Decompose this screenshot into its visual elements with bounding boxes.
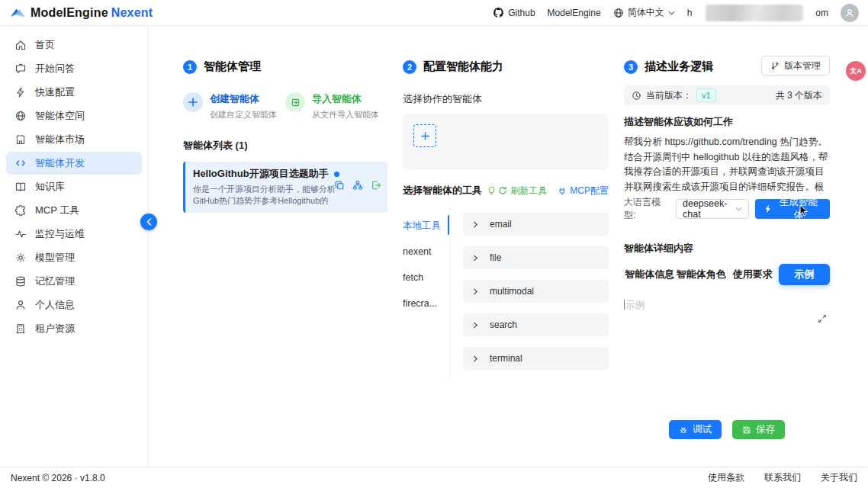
tool-tab-firecrawl[interactable]: firecra... bbox=[403, 291, 449, 316]
account-text-suffix: om bbox=[815, 8, 828, 18]
agent-card-actions bbox=[334, 180, 381, 191]
tool-source-tabs: 本地工具 nexent fetch firecra... bbox=[403, 208, 450, 380]
sidebar: 首页 开始问答 快速配置 智能体空间 智能体市场 智能体开发 知识库 MCP bbox=[0, 26, 149, 467]
tab-usage-requirements[interactable]: 使用要求 bbox=[727, 264, 779, 285]
translate-fab-button[interactable]: 文A bbox=[846, 61, 866, 81]
tool-group-file[interactable]: file bbox=[463, 246, 609, 269]
sidebar-item-agent-market[interactable]: 智能体市场 bbox=[6, 128, 142, 151]
home-icon bbox=[14, 39, 27, 51]
avatar[interactable] bbox=[841, 4, 859, 22]
agent-card-title: HelloGithub开源项目选题助手 bbox=[193, 167, 380, 181]
chevron-down-icon bbox=[668, 11, 675, 15]
sidebar-item-knowledge-base[interactable]: 知识库 bbox=[6, 175, 142, 198]
sidebar-item-agent-dev[interactable]: 智能体开发 bbox=[6, 152, 142, 175]
gear-icon bbox=[14, 252, 27, 264]
collab-agents-box bbox=[403, 114, 609, 170]
save-label: 保存 bbox=[756, 423, 775, 436]
business-logic-panel: 3 描述业务逻辑 版本管理 当前版本： v1 共 3 个版本 描述智能体应该如何… bbox=[624, 26, 830, 467]
debug-button[interactable]: 调试 bbox=[669, 420, 722, 439]
import-agent-subtitle: 从文件导入智能体 bbox=[312, 109, 379, 120]
tool-group-terminal[interactable]: terminal bbox=[463, 347, 609, 370]
sidebar-item-label: MCP 工具 bbox=[35, 204, 79, 217]
lightning-icon bbox=[764, 204, 772, 214]
globe-icon bbox=[613, 8, 624, 18]
modelengine-link[interactable]: ModelEngine bbox=[548, 8, 601, 18]
prompt-label: 描述智能体应该如何工作 bbox=[624, 115, 830, 129]
sidebar-item-label: 智能体市场 bbox=[35, 133, 85, 146]
sidebar-item-label: 模型管理 bbox=[35, 251, 75, 265]
copy-agent-icon[interactable] bbox=[334, 180, 345, 191]
step3-title: 描述业务逻辑 bbox=[645, 59, 713, 74]
github-link[interactable]: Github bbox=[493, 7, 535, 18]
bolt-icon bbox=[14, 86, 27, 98]
sidebar-item-label: 首页 bbox=[35, 38, 55, 52]
step1-number-badge: 1 bbox=[183, 60, 197, 74]
tab-agent-role[interactable]: 智能体角色 bbox=[676, 264, 728, 285]
mcp-config-button[interactable]: MCP配置 bbox=[558, 185, 609, 197]
sidebar-item-qa[interactable]: 开始问答 bbox=[6, 57, 142, 80]
sidebar-item-home[interactable]: 首页 bbox=[6, 34, 142, 56]
github-icon bbox=[493, 7, 504, 18]
sidebar-item-quick-config[interactable]: 快速配置 bbox=[6, 81, 142, 104]
version-manage-button[interactable]: 版本管理 bbox=[761, 56, 830, 75]
sidebar-item-memory-management[interactable]: 记忆管理 bbox=[6, 270, 142, 293]
create-agent-subtitle: 创建自定义智能体 bbox=[210, 109, 277, 120]
tool-group-email[interactable]: email bbox=[463, 213, 609, 236]
tab-agent-info[interactable]: 智能体信息 bbox=[624, 264, 676, 285]
pulse-icon bbox=[14, 228, 27, 240]
tools-label: 选择智能体的工具 bbox=[403, 184, 482, 197]
step1-header: 1 智能体管理 bbox=[183, 59, 387, 74]
example-placeholder: 示例 bbox=[625, 300, 645, 310]
agent-card-description: 你是一个开源项目分析助手，能够分析GitHub热门趋势并参考Hellogithu… bbox=[193, 184, 336, 207]
agent-card[interactable]: HelloGithub开源项目选题助手 你是一个开源项目分析助手，能够分析Git… bbox=[183, 162, 387, 213]
import-agent-button[interactable]: 导入智能体 从文件导入智能体 bbox=[285, 92, 387, 120]
text-caret bbox=[624, 300, 625, 310]
bug-icon bbox=[679, 425, 688, 435]
translate-icon: 文A bbox=[850, 66, 862, 76]
agent-list-label: 智能体列表 (1) bbox=[183, 139, 387, 152]
history-clock-icon bbox=[632, 91, 641, 101]
terms-link[interactable]: 使用条款 bbox=[708, 471, 744, 484]
sidebar-item-agent-space[interactable]: 智能体空间 bbox=[6, 104, 142, 127]
create-agent-button[interactable]: 创建智能体 创建自定义智能体 bbox=[183, 92, 285, 120]
user-icon bbox=[14, 299, 27, 311]
code-icon bbox=[14, 157, 27, 169]
save-button[interactable]: 保存 bbox=[732, 420, 785, 439]
chevron-right-icon bbox=[472, 288, 479, 295]
top-bar: ModelEngineNexent Github ModelEngine 简体中… bbox=[0, 0, 868, 26]
refresh-tools-button[interactable]: 刷新工具 bbox=[498, 185, 547, 197]
plus-icon bbox=[183, 92, 203, 112]
tab-example[interactable]: 示例 bbox=[779, 264, 831, 285]
sidebar-item-model-management[interactable]: 模型管理 bbox=[6, 246, 142, 269]
prompt-textarea[interactable]: 帮我分析 https://github.com/trending 热门趋势。 结… bbox=[624, 135, 830, 191]
app-logo: ModelEngineNexent bbox=[9, 5, 153, 21]
tool-tab-nexent[interactable]: nexent bbox=[403, 239, 449, 265]
about-link[interactable]: 关于我们 bbox=[821, 471, 857, 484]
step1-title: 智能体管理 bbox=[204, 59, 261, 74]
llm-select[interactable]: deepseek-chat bbox=[676, 199, 749, 219]
language-switcher[interactable]: 简体中文 bbox=[613, 6, 675, 19]
expand-icon[interactable] bbox=[818, 314, 827, 323]
sidebar-item-mcp-tools[interactable]: MCP 工具 bbox=[6, 199, 142, 222]
contact-link[interactable]: 联系我们 bbox=[764, 471, 801, 484]
logo-icon bbox=[9, 5, 26, 21]
tool-tab-local[interactable]: 本地工具 bbox=[403, 213, 449, 239]
tool-group-search[interactable]: search bbox=[463, 313, 609, 336]
agent-detail-label: 智能体详细内容 bbox=[624, 242, 830, 255]
agent-hierarchy-icon[interactable] bbox=[352, 180, 363, 191]
chevron-right-icon bbox=[472, 355, 479, 362]
tool-group-multimodal[interactable]: multimodal bbox=[463, 280, 609, 303]
tool-tab-fetch[interactable]: fetch bbox=[403, 265, 449, 291]
sidebar-collapse-button[interactable] bbox=[140, 214, 157, 230]
sidebar-item-tenant-resources[interactable]: 租户资源 bbox=[6, 317, 142, 340]
chevron-right-icon bbox=[472, 255, 479, 262]
debug-label: 调试 bbox=[693, 423, 712, 436]
generate-agent-button[interactable]: 生成智能体 bbox=[755, 199, 830, 219]
sidebar-item-label: 智能体空间 bbox=[35, 109, 85, 123]
tool-group-label: multimodal bbox=[490, 286, 534, 297]
sidebar-item-profile[interactable]: 个人信息 bbox=[6, 294, 142, 316]
sidebar-item-monitoring[interactable]: 监控与运维 bbox=[6, 223, 142, 246]
add-collab-agent-button[interactable] bbox=[413, 124, 436, 147]
export-agent-icon[interactable] bbox=[371, 180, 381, 191]
step3-header: 3 描述业务逻辑 版本管理 bbox=[624, 59, 830, 74]
